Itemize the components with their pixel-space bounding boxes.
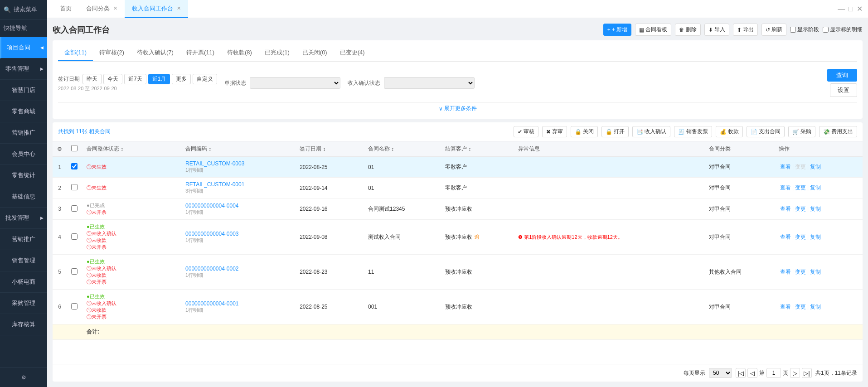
status-tab-pending_receipt[interactable]: 待收款(8)	[221, 45, 258, 61]
sort-contract-name[interactable]: 合同名称 ↕	[368, 145, 436, 153]
open-contract-button[interactable]: 🔓 打开	[601, 126, 629, 137]
op-btn-复制[interactable]: 复制	[809, 269, 822, 275]
expense-button[interactable]: 💸 费用支出	[819, 126, 857, 137]
row-checkbox[interactable]	[71, 303, 78, 310]
add-button[interactable]: + + 新增	[603, 24, 631, 36]
sidebar-item-smart_store[interactable]: 智慧门店	[0, 80, 47, 101]
sidebar-item-retail_mall[interactable]: 零售商城	[0, 101, 47, 122]
sort-settle-customer[interactable]: 结算客户 ↕	[445, 145, 509, 153]
sidebar-item-marketing2[interactable]: 营销推广	[0, 229, 47, 250]
page-prev-btn[interactable]: ◁	[747, 368, 757, 378]
sidebar-item-retail[interactable]: 零售管理▶	[0, 58, 47, 80]
contract-code-link[interactable]: RETAIL_CUSTOM-0001	[185, 181, 291, 188]
sidebar-item-marketing[interactable]: 营销推广	[0, 122, 47, 144]
sidebar-item-inventory[interactable]: 库存核算	[0, 314, 47, 335]
status-tab-closed[interactable]: 已关闭(0)	[296, 45, 334, 61]
date-btn-last1month[interactable]: 近1月	[148, 74, 170, 84]
contract-code-link[interactable]: RETAIL_CUSTOM-0003	[185, 160, 291, 167]
status-tab-pending_invoice[interactable]: 待开票(11)	[180, 45, 221, 61]
expand-more-btn[interactable]: ∨ 展开更多条件	[439, 105, 477, 112]
export-button[interactable]: ⬆ 导出	[733, 24, 758, 36]
sidebar-item-project[interactable]: 项目合同◀	[0, 37, 47, 58]
tab-income-workbench-close[interactable]: ✕	[177, 5, 181, 11]
tab-income-workbench[interactable]: 收入合同工作台 ✕	[125, 0, 188, 18]
show-detail-checkbox[interactable]	[823, 27, 829, 33]
status-tab-completed[interactable]: 已完成(1)	[258, 45, 296, 61]
receipt-button[interactable]: 💰 收款	[716, 126, 743, 137]
window-maximize[interactable]: □	[849, 5, 853, 13]
op-btn-复制[interactable]: 复制	[809, 234, 822, 240]
tab-contract-category-close[interactable]: ✕	[113, 5, 117, 11]
column-settings-icon[interactable]: ⚙	[57, 146, 62, 152]
op-btn-变更[interactable]: 变更	[794, 184, 807, 191]
contract-code-link[interactable]: 0000000000004-0001	[185, 300, 291, 307]
op-btn-复制[interactable]: 复制	[809, 164, 822, 170]
sales-invoice-button[interactable]: 🧾 销售发票	[674, 126, 712, 137]
select-all-checkbox[interactable]	[71, 145, 78, 151]
op-btn-复制[interactable]: 复制	[809, 206, 822, 212]
tab-home[interactable]: 首页	[53, 0, 79, 18]
page-last-btn[interactable]: ▷|	[802, 368, 812, 378]
audit-button[interactable]: ✔ 审核	[514, 126, 538, 137]
status-tab-changed[interactable]: 已变更(4)	[334, 45, 371, 61]
th-gear[interactable]: ⚙	[53, 141, 67, 157]
status-tab-all[interactable]: 全部(11)	[58, 45, 93, 61]
op-btn-复制[interactable]: 复制	[809, 184, 822, 191]
row-checkbox[interactable]	[71, 184, 78, 190]
sidebar-item-member[interactable]: 会员中心	[0, 144, 47, 165]
sidebar-item-wholesale[interactable]: 批发管理▶	[0, 208, 47, 229]
sidebar-footer-settings[interactable]: ⚙	[0, 368, 47, 387]
out-contract-button[interactable]: 📄 支出合同	[747, 126, 785, 137]
sidebar-item-basic_info[interactable]: 基础信息	[0, 186, 47, 208]
close-contract-button[interactable]: 🔒 关闭	[571, 126, 598, 137]
status-tab-pending_review[interactable]: 待审核(2)	[93, 45, 131, 61]
date-btn-last7[interactable]: 近7天	[124, 74, 146, 84]
op-btn-查看[interactable]: 查看	[779, 234, 792, 240]
contract-code-link[interactable]: 0000000000004-0002	[185, 266, 291, 272]
window-minimize[interactable]: —	[838, 5, 845, 13]
op-btn-变更[interactable]: 变更	[794, 206, 807, 212]
contract-board-button[interactable]: ▦ 合同看板	[635, 24, 671, 36]
income-confirm-button[interactable]: 📑 收入确认	[632, 126, 670, 137]
row-checkbox[interactable]	[71, 163, 78, 169]
contract-code-link[interactable]: 0000000000004-0004	[185, 203, 291, 209]
date-btn-custom[interactable]: 自定义	[193, 74, 217, 84]
op-btn-查看[interactable]: 查看	[779, 304, 792, 310]
contract-code-link[interactable]: 0000000000004-0003	[185, 231, 291, 237]
sort-sign-date[interactable]: 签订日期 ↕	[300, 145, 359, 153]
op-btn-变更[interactable]: 变更	[794, 234, 807, 240]
row-checkbox[interactable]	[71, 205, 78, 212]
abandon-button[interactable]: ✖ 弃审	[542, 126, 567, 137]
query-button[interactable]: 查询	[827, 69, 857, 82]
date-btn-more[interactable]: 更多	[172, 74, 191, 84]
delete-button[interactable]: 🗑 删除	[675, 24, 701, 36]
page-size-select[interactable]: 50 20 100	[709, 368, 732, 378]
refresh-button[interactable]: ↺ 刷新	[761, 24, 786, 36]
status-tab-pending_income_confirm[interactable]: 待收入确认(7)	[131, 45, 180, 61]
sidebar-item-sales_mgmt[interactable]: 销售管理	[0, 250, 47, 271]
setting-button[interactable]: 设置	[830, 83, 857, 97]
page-first-btn[interactable]: |◁	[736, 368, 746, 378]
op-btn-查看[interactable]: 查看	[779, 164, 792, 170]
doc-status-select[interactable]	[250, 77, 340, 89]
show-stage-checkbox[interactable]	[790, 27, 796, 33]
op-btn-变更[interactable]: 变更	[794, 269, 807, 275]
purchase-button[interactable]: 🛒 采购	[788, 126, 815, 137]
op-btn-查看[interactable]: 查看	[779, 184, 792, 191]
row-checkbox[interactable]	[71, 233, 78, 240]
sort-contract-status[interactable]: 合同整体状态 ↕	[87, 145, 176, 153]
sidebar-item-retail_stats[interactable]: 零售统计	[0, 165, 47, 186]
import-button[interactable]: ⬇ 导入	[704, 24, 729, 36]
sidebar-item-purchase[interactable]: 采购管理	[0, 293, 47, 314]
row-checkbox[interactable]	[71, 268, 78, 275]
page-number-input[interactable]	[766, 368, 781, 378]
date-btn-today[interactable]: 今天	[103, 74, 122, 84]
page-next-btn[interactable]: ▷	[790, 368, 800, 378]
date-btn-yesterday[interactable]: 昨天	[82, 74, 102, 84]
sort-contract-code[interactable]: 合同编码 ↕	[185, 145, 291, 153]
op-btn-复制[interactable]: 复制	[809, 304, 822, 310]
window-close[interactable]: ✕	[857, 5, 863, 13]
tab-contract-category[interactable]: 合同分类 ✕	[79, 0, 125, 18]
op-btn-查看[interactable]: 查看	[779, 269, 792, 275]
income-confirm-select[interactable]	[384, 77, 475, 89]
